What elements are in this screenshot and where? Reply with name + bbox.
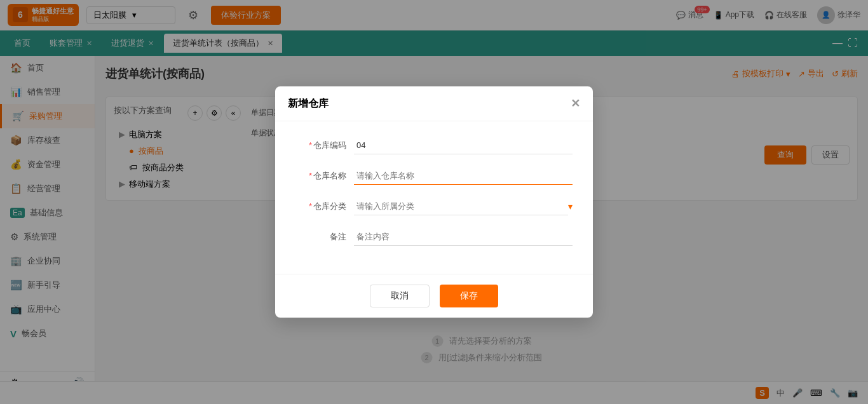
code-label: 仓库编码 [295,140,346,151]
dialog-body: 仓库编码 仓库名称 仓库分类 ▾ 备注 [275,121,593,274]
dialog-header: 新增仓库 ✕ [275,86,593,121]
remark-label: 备注 [295,231,346,243]
category-input[interactable] [354,198,568,215]
dialog-footer: 取消 保存 [275,274,593,318]
form-row-remark: 备注 [295,228,573,246]
save-button[interactable]: 保存 [440,285,498,307]
dialog-close-button[interactable]: ✕ [571,97,580,111]
modal-overlay: 新增仓库 ✕ 仓库编码 仓库名称 仓库分类 ▾ [0,0,868,404]
name-input[interactable] [354,167,573,185]
form-row-name: 仓库名称 [295,167,573,185]
name-label: 仓库名称 [295,170,346,182]
new-warehouse-dialog: 新增仓库 ✕ 仓库编码 仓库名称 仓库分类 ▾ [275,86,593,318]
dialog-title: 新增仓库 [288,97,329,111]
cancel-button[interactable]: 取消 [370,285,430,307]
category-label: 仓库分类 [295,201,346,212]
form-row-category: 仓库分类 ▾ [295,198,573,215]
category-chevron-icon[interactable]: ▾ [568,201,573,212]
code-input[interactable] [354,137,573,154]
form-row-code: 仓库编码 [295,137,573,154]
remark-input[interactable] [354,228,573,246]
